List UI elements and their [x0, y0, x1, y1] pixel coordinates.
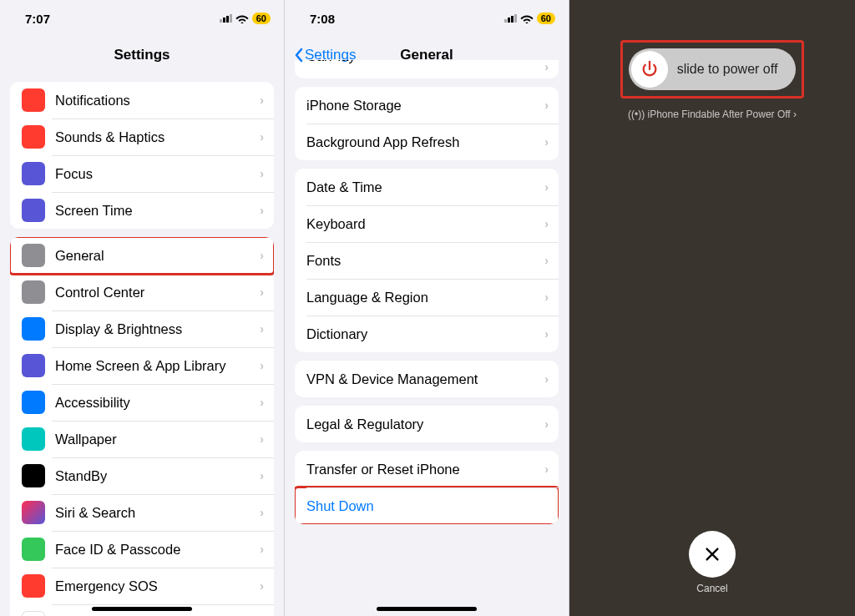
- chevron-right-icon: ›: [260, 432, 264, 446]
- chevron-right-icon: ›: [260, 322, 264, 336]
- row-iphone-storage[interactable]: iPhone Storage›: [295, 87, 559, 124]
- page-title: Settings: [114, 47, 169, 63]
- chevron-right-icon: ›: [544, 217, 549, 230]
- row-faceid[interactable]: Face ID & Passcode›: [10, 531, 274, 568]
- slide-to-power-off[interactable]: slide to power off: [629, 48, 796, 90]
- row-label: Display & Brightness: [55, 321, 260, 337]
- close-icon: [703, 545, 721, 563]
- exposure-icon: [22, 611, 45, 616]
- cancel-label: Cancel: [689, 583, 736, 594]
- status-bar: 7:07 60: [0, 0, 284, 37]
- general-settings-panel: 7:08 60 Settings General CarPlay›iPhone …: [285, 0, 569, 616]
- row-transfer-reset[interactable]: Transfer or Reset iPhone›: [295, 451, 559, 487]
- status-time: 7:07: [25, 12, 50, 26]
- row-label: Keyboard: [306, 216, 544, 232]
- row-label: VPN & Device Management: [306, 371, 544, 387]
- chevron-right-icon: ›: [544, 98, 549, 112]
- chevron-right-icon: ›: [544, 60, 549, 73]
- row-notifications[interactable]: Notifications›: [10, 82, 274, 119]
- row-label: Accessibility: [55, 395, 260, 411]
- status-icons: 60: [220, 13, 271, 24]
- row-legal[interactable]: Legal & Regulatory›: [295, 406, 559, 442]
- location-icon: ((•)): [628, 109, 645, 120]
- row-fonts[interactable]: Fonts›: [295, 242, 559, 279]
- signal-icon: [220, 14, 232, 23]
- sounds-icon: [22, 125, 45, 149]
- home-indicator: [377, 607, 477, 611]
- chevron-right-icon: ›: [544, 135, 549, 149]
- chevron-right-icon: ›: [544, 462, 549, 476]
- chevron-right-icon: ›: [544, 254, 549, 267]
- list-group: Transfer or Reset iPhone›Shut Down: [295, 451, 559, 524]
- chevron-right-icon: ›: [793, 109, 797, 120]
- chevron-right-icon: ›: [260, 249, 264, 262]
- cancel-button[interactable]: [689, 531, 736, 578]
- row-screen-time[interactable]: Screen Time›: [10, 192, 274, 229]
- row-label: Home Screen & App Library: [55, 358, 260, 374]
- row-label: Language & Region: [306, 290, 544, 305]
- siri-icon: [22, 501, 45, 524]
- chevron-right-icon: ›: [260, 543, 264, 556]
- chevron-right-icon: ›: [260, 506, 264, 519]
- general-icon: [22, 244, 45, 267]
- row-control-center[interactable]: Control Center›: [10, 274, 274, 311]
- focus-icon: [22, 162, 45, 185]
- row-label: Siri & Search: [55, 505, 260, 521]
- chevron-right-icon: ›: [544, 417, 549, 431]
- chevron-right-icon: ›: [544, 327, 549, 341]
- row-bg-refresh[interactable]: Background App Refresh›: [295, 124, 559, 160]
- control-center-icon: [22, 280, 45, 304]
- row-sos[interactable]: Emergency SOS›: [10, 568, 274, 604]
- row-general[interactable]: General›: [10, 237, 274, 274]
- row-shut-down[interactable]: Shut Down: [295, 487, 559, 524]
- chevron-right-icon: ›: [260, 285, 264, 299]
- chevron-right-icon: ›: [260, 167, 264, 180]
- battery-pill: 60: [252, 13, 271, 24]
- row-label: Wallpaper: [55, 432, 260, 447]
- chevron-right-icon: ›: [260, 93, 264, 107]
- accessibility-icon: [22, 391, 45, 414]
- row-label: iPhone Storage: [306, 98, 544, 114]
- row-display[interactable]: Display & Brightness›: [10, 311, 274, 347]
- chevron-right-icon: ›: [260, 396, 264, 409]
- row-label: StandBy: [55, 468, 260, 484]
- list-group: Notifications›Sounds & Haptics›Focus›Scr…: [10, 82, 274, 229]
- row-accessibility[interactable]: Accessibility›: [10, 384, 274, 421]
- row-sounds[interactable]: Sounds & Haptics›: [10, 119, 274, 155]
- notifications-icon: [22, 88, 45, 112]
- row-carplay[interactable]: CarPlay›: [295, 60, 559, 78]
- row-vpn[interactable]: VPN & Device Management›: [295, 361, 559, 397]
- row-label: General: [55, 248, 260, 264]
- row-label: Screen Time: [55, 203, 260, 219]
- row-label: Face ID & Passcode: [55, 542, 260, 558]
- list-group: Date & Time›Keyboard›Fonts›Language & Re…: [295, 169, 559, 352]
- screen-time-icon: [22, 199, 45, 222]
- row-keyboard[interactable]: Keyboard›: [295, 205, 559, 242]
- row-label: Control Center: [55, 285, 260, 300]
- row-label: Transfer or Reset iPhone: [306, 462, 544, 477]
- signal-icon: [504, 14, 517, 23]
- findable-link[interactable]: ((•)) iPhone Findable After Power Off ›: [620, 109, 804, 120]
- row-wallpaper[interactable]: Wallpaper›: [10, 421, 274, 457]
- row-dictionary[interactable]: Dictionary›: [295, 316, 559, 352]
- display-icon: [22, 317, 45, 341]
- row-focus[interactable]: Focus›: [10, 155, 274, 192]
- faceid-icon: [22, 538, 45, 561]
- row-lang-region[interactable]: Language & Region›: [295, 279, 559, 316]
- wifi-icon: [235, 13, 249, 23]
- row-date-time[interactable]: Date & Time›: [295, 169, 559, 205]
- row-home-screen[interactable]: Home Screen & App Library›: [10, 347, 274, 384]
- row-label: Emergency SOS: [55, 578, 260, 594]
- status-bar: 7:08 60: [285, 0, 569, 37]
- sos-icon: [22, 574, 45, 598]
- row-siri[interactable]: Siri & Search›: [10, 494, 274, 531]
- chevron-right-icon: ›: [544, 372, 549, 386]
- nav-bar: Settings: [0, 37, 284, 73]
- row-standby[interactable]: StandBy›: [10, 457, 274, 494]
- row-label: Focus: [55, 166, 260, 182]
- list-group: VPN & Device Management›: [295, 361, 559, 397]
- chevron-right-icon: ›: [260, 579, 264, 593]
- chevron-right-icon: ›: [260, 359, 264, 372]
- status-time: 7:08: [310, 12, 335, 26]
- row-label: Background App Refresh: [306, 134, 544, 150]
